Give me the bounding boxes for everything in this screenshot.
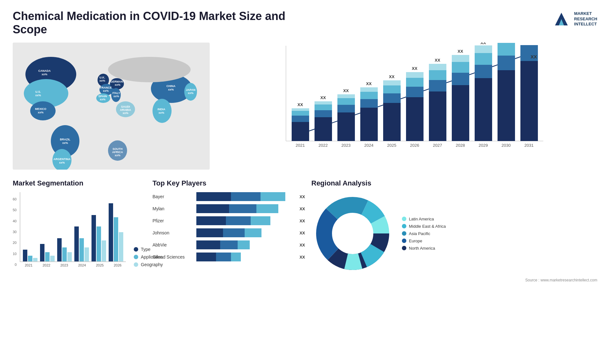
svg-rect-56 bbox=[292, 116, 309, 122]
svg-text:XX: XX bbox=[480, 43, 486, 45]
svg-rect-109 bbox=[498, 70, 515, 141]
svg-text:ARGENTINA: ARGENTINA bbox=[53, 158, 71, 161]
source-text: Source : www.marketresearchintellect.com bbox=[311, 278, 597, 282]
regional-title: Regional Analysis bbox=[311, 179, 597, 187]
svg-rect-61 bbox=[315, 117, 332, 141]
svg-text:2026: 2026 bbox=[410, 143, 419, 148]
bar-chart-svg: XX 2021 XX 2022 XX 2023 bbox=[222, 43, 597, 163]
svg-text:xx%: xx% bbox=[99, 79, 105, 82]
player-abbvie: AbbVie XX bbox=[152, 240, 305, 249]
geography-dot bbox=[134, 262, 138, 267]
svg-text:BRAZIL: BRAZIL bbox=[60, 138, 71, 141]
svg-text:CHINA: CHINA bbox=[166, 84, 176, 88]
legend-middle-east-africa: Middle East & Africa bbox=[402, 224, 446, 229]
svg-rect-105 bbox=[475, 53, 492, 65]
donut-chart-area: Latin America Middle East & Africa Asia … bbox=[311, 192, 597, 275]
svg-rect-85 bbox=[406, 97, 424, 141]
svg-rect-70 bbox=[337, 94, 355, 98]
svg-rect-98 bbox=[452, 73, 469, 85]
logo: MARKET RESEARCH INTELLECT bbox=[552, 10, 597, 29]
svg-text:MEXICO: MEXICO bbox=[35, 107, 46, 111]
north-america-dot bbox=[402, 246, 406, 250]
player-bayer: Bayer XX bbox=[152, 192, 305, 201]
svg-text:xx%: xx% bbox=[123, 111, 128, 115]
svg-rect-94 bbox=[429, 64, 446, 70]
svg-rect-104 bbox=[475, 65, 492, 78]
svg-text:SOUTH: SOUTH bbox=[112, 147, 123, 151]
svg-rect-79 bbox=[383, 103, 401, 141]
legend-latin-america: Latin America bbox=[402, 217, 446, 221]
svg-rect-100 bbox=[452, 55, 469, 62]
svg-rect-86 bbox=[406, 87, 424, 97]
svg-text:2029: 2029 bbox=[479, 143, 488, 148]
svg-text:XX: XX bbox=[412, 66, 417, 71]
svg-rect-76 bbox=[360, 87, 378, 92]
svg-rect-88 bbox=[406, 72, 424, 78]
donut-chart bbox=[311, 192, 394, 275]
svg-text:U.S.: U.S. bbox=[35, 90, 41, 93]
svg-text:2021: 2021 bbox=[296, 143, 305, 148]
player-gilead: Gilead Sciences XX bbox=[152, 253, 305, 261]
svg-text:XX: XX bbox=[297, 102, 303, 107]
growth-bar-chart: XX 2021 XX 2022 XX 2023 bbox=[219, 43, 597, 170]
application-dot bbox=[134, 255, 138, 259]
logo-text: MARKET RESEARCH INTELLECT bbox=[574, 11, 597, 27]
svg-text:JAPAN: JAPAN bbox=[186, 88, 195, 91]
asia-pacific-dot bbox=[402, 231, 406, 236]
svg-rect-92 bbox=[429, 80, 446, 91]
svg-rect-64 bbox=[315, 101, 332, 104]
world-map: CANADA xx% U.S. xx% MEXICO xx% BRAZIL xx… bbox=[13, 43, 210, 170]
legend-asia-pacific: Asia Pacific bbox=[402, 231, 446, 236]
bottom-section: Market Segmentation 60 50 40 30 20 10 0 bbox=[13, 179, 597, 282]
svg-rect-55 bbox=[292, 122, 309, 141]
middle-east-dot bbox=[402, 224, 406, 228]
svg-text:XX: XX bbox=[389, 74, 395, 79]
svg-point-18 bbox=[108, 57, 191, 82]
svg-text:2024: 2024 bbox=[364, 143, 374, 148]
svg-text:U.K.: U.K. bbox=[99, 76, 105, 79]
top-section: CANADA xx% U.S. xx% MEXICO xx% BRAZIL xx… bbox=[13, 43, 597, 170]
svg-rect-80 bbox=[383, 93, 401, 103]
svg-text:xx%: xx% bbox=[35, 94, 41, 97]
svg-text:SPAIN: SPAIN bbox=[98, 95, 107, 98]
svg-text:xx%: xx% bbox=[115, 83, 120, 86]
segmentation-title: Market Segmentation bbox=[13, 179, 146, 187]
svg-rect-81 bbox=[383, 85, 401, 93]
svg-rect-57 bbox=[292, 111, 309, 116]
svg-text:xx%: xx% bbox=[159, 111, 164, 114]
svg-rect-97 bbox=[452, 85, 469, 141]
player-pfizer: Pfizer XX bbox=[152, 216, 305, 225]
player-johnson: Johnson XX bbox=[152, 228, 305, 237]
type-dot bbox=[134, 247, 138, 252]
svg-rect-58 bbox=[292, 108, 309, 111]
svg-text:XX: XX bbox=[343, 88, 349, 93]
svg-text:xx%: xx% bbox=[115, 154, 120, 157]
key-players-section: Top Key Players Bayer XX Mylan XX Pfizer bbox=[152, 179, 305, 282]
svg-text:2027: 2027 bbox=[433, 143, 442, 148]
svg-text:ARABIA: ARABIA bbox=[120, 108, 131, 111]
svg-text:XX: XX bbox=[320, 95, 326, 100]
svg-rect-111 bbox=[498, 43, 515, 56]
svg-text:xx%: xx% bbox=[113, 95, 119, 98]
regional-legend: Latin America Middle East & Africa Asia … bbox=[402, 217, 446, 251]
svg-point-16 bbox=[152, 99, 172, 123]
svg-text:2028: 2028 bbox=[456, 143, 465, 148]
svg-text:2023: 2023 bbox=[342, 143, 351, 148]
svg-text:ITALY: ITALY bbox=[112, 91, 120, 95]
svg-text:CANADA: CANADA bbox=[38, 69, 51, 72]
svg-rect-68 bbox=[337, 105, 355, 112]
svg-text:xx%: xx% bbox=[42, 73, 47, 76]
svg-text:xx%: xx% bbox=[103, 89, 109, 92]
svg-rect-113 bbox=[520, 61, 538, 141]
svg-text:XX: XX bbox=[366, 81, 372, 86]
svg-rect-99 bbox=[452, 62, 469, 73]
svg-point-122 bbox=[335, 216, 370, 251]
svg-text:2031: 2031 bbox=[525, 143, 534, 148]
regional-section: Regional Analysis Lati bbox=[311, 179, 597, 282]
svg-rect-67 bbox=[337, 112, 355, 141]
svg-text:XX: XX bbox=[531, 54, 537, 59]
europe-dot bbox=[402, 239, 406, 243]
svg-text:SAUDI: SAUDI bbox=[121, 105, 130, 108]
svg-text:xx%: xx% bbox=[62, 141, 68, 145]
svg-rect-69 bbox=[337, 98, 355, 105]
